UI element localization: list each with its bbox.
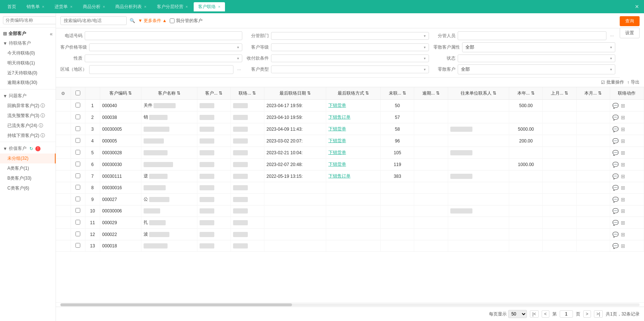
sidebar-item-churn-warning[interactable]: 流失预警客户(3) ⓘ	[0, 111, 56, 121]
message-action-icon[interactable]: 💬	[612, 208, 619, 214]
scrollbar-thumb[interactable]	[60, 303, 292, 306]
grid-action-icon[interactable]: ⊞	[621, 197, 625, 202]
purchase-tab-close[interactable]: ×	[70, 4, 72, 9]
price-level-select[interactable]: ▾	[89, 43, 242, 51]
th-uncontacted[interactable]: 未联... ⇅	[381, 87, 414, 100]
sidebar-item-declining[interactable]: 持续下滑客户(2) ⓘ	[0, 131, 56, 141]
sidebar-item-overdue[interactable]: 逾期未联络(30)	[0, 78, 56, 88]
message-action-icon[interactable]: 💬	[612, 103, 619, 109]
row-checkbox[interactable]	[75, 208, 80, 213]
th-contact[interactable]: 联络... ⇅	[230, 87, 264, 100]
region-ellipsis[interactable]: ···	[236, 67, 242, 72]
per-page-select[interactable]: 50 100	[508, 310, 527, 318]
search-icon[interactable]: 🔍	[130, 18, 135, 23]
region-input[interactable]	[89, 65, 233, 74]
next-page-button[interactable]: >	[583, 310, 591, 318]
sidebar-item-ungrouped[interactable]: 未分组(32)	[0, 154, 56, 163]
grid-action-icon[interactable]: ⊞	[621, 173, 625, 179]
payment-select[interactable]: ▾	[271, 54, 429, 62]
sidebar-all-customers[interactable]: ⊞ 全部客户 «	[0, 28, 56, 38]
th-name[interactable]: 客户名称 ⇅	[141, 87, 197, 100]
message-action-icon[interactable]: 💬	[612, 150, 619, 156]
my-customers-checkbox[interactable]	[170, 18, 175, 23]
page-number-input[interactable]	[560, 310, 573, 318]
th-this-month[interactable]: 本月... ⇅	[576, 87, 610, 100]
nav-tab-analysis-list[interactable]: 商品分析列表 ×	[111, 2, 151, 11]
th-overdue[interactable]: 逾期... ⇅	[414, 87, 448, 100]
grid-action-icon[interactable]: ⊞	[621, 220, 625, 226]
grid-action-icon[interactable]: ⊞	[621, 126, 625, 132]
sparse-attr-select[interactable]: 全部 ▾	[462, 42, 615, 52]
th-last-way[interactable]: 最后联络方式 ⇅	[326, 87, 381, 100]
nav-tab-purchase[interactable]: 进货单 ×	[50, 2, 77, 11]
sparse-select[interactable]: 全部 ▾	[458, 64, 615, 74]
contact-way-link[interactable]: 下销售订单	[328, 114, 351, 120]
grid-action-icon[interactable]: ⊞	[621, 185, 625, 191]
first-page-button[interactable]: |<	[530, 310, 539, 318]
sidebar-search-input[interactable]	[3, 16, 56, 24]
row-checkbox[interactable]	[75, 220, 80, 225]
th-code[interactable]: 客户编码 ⇅	[100, 87, 141, 100]
message-action-icon[interactable]: 💬	[612, 220, 619, 226]
row-checkbox[interactable]	[75, 138, 80, 143]
phone-input[interactable]	[85, 31, 242, 40]
message-action-icon[interactable]: 💬	[612, 232, 619, 237]
analysis-list-tab-close[interactable]: ×	[144, 4, 146, 9]
sidebar-item-tomorrow[interactable]: 明天待联络(1)	[0, 58, 56, 68]
grid-action-icon[interactable]: ⊞	[621, 138, 625, 144]
value-refresh-icon[interactable]: ↻	[29, 146, 33, 151]
th-last-date[interactable]: 最后联络日期 ⇅	[264, 87, 326, 100]
nav-tab-analysis[interactable]: 商品分析 ×	[78, 2, 109, 11]
contact-way-link[interactable]: 下销货单	[328, 103, 346, 108]
th-unit-contact[interactable]: 往来单位联系人 ⇅	[448, 87, 509, 100]
sales-tab-close[interactable]: ×	[42, 4, 44, 9]
sidebar-section-pending[interactable]: ▼ 待联络客户	[0, 38, 56, 48]
nav-tab-sales[interactable]: 销售单 ×	[22, 2, 49, 11]
nav-tab-customer-segment[interactable]: 客户分层经营 ×	[152, 2, 192, 11]
more-conditions-button[interactable]: ▼ 更多条件 ▲	[138, 18, 167, 24]
row-checkbox[interactable]	[75, 114, 80, 119]
dept-select[interactable]: ▾	[271, 32, 429, 40]
sidebar-collapse-button[interactable]: «	[50, 31, 53, 37]
row-checkbox[interactable]	[75, 150, 80, 155]
sidebar-section-value[interactable]: ▼ 价值客户 ↻ !	[0, 144, 56, 154]
prev-page-button[interactable]: <	[542, 310, 549, 318]
sidebar-item-class-c[interactable]: C类客户(6)	[0, 183, 56, 193]
th-this-year[interactable]: 本年... ⇅	[509, 87, 543, 100]
th-last-month[interactable]: 上月... ⇅	[543, 87, 576, 100]
contact-way-link[interactable]: 下销货单	[328, 138, 346, 143]
grid-action-icon[interactable]: ⊞	[621, 208, 625, 214]
customer-type-select[interactable]: ▾	[271, 66, 429, 73]
row-checkbox[interactable]	[75, 197, 80, 201]
nature-select[interactable]: ▾	[85, 54, 242, 62]
nav-tab-home[interactable]: 首页	[3, 2, 21, 11]
segment-tab-close[interactable]: ×	[186, 4, 188, 9]
grid-action-icon[interactable]: ⊞	[621, 232, 625, 237]
grid-action-icon[interactable]: ⊞	[621, 150, 625, 156]
th-type[interactable]: 客户... ⇅	[197, 87, 230, 100]
horizontal-scrollbar[interactable]	[56, 302, 644, 307]
analysis-tab-close[interactable]: ×	[103, 4, 105, 9]
close-all-tabs-button[interactable]: ×	[633, 3, 641, 11]
contact-way-link[interactable]: 下销货单	[328, 150, 346, 155]
contact-tab-close[interactable]: ×	[218, 4, 220, 9]
grid-action-icon[interactable]: ⊞	[621, 114, 625, 120]
last-page-button[interactable]: >|	[594, 310, 603, 318]
contact-way-link[interactable]: 下销售订单	[328, 173, 351, 179]
batch-ops-button[interactable]: ☑ 批量操作	[601, 79, 624, 85]
status-select[interactable]: ▾	[458, 54, 615, 62]
grid-action-icon[interactable]: ⊞	[621, 243, 625, 249]
message-action-icon[interactable]: 💬	[612, 185, 619, 191]
sidebar-item-today[interactable]: 今天待联络(0)	[0, 48, 56, 58]
row-checkbox[interactable]	[75, 162, 80, 166]
row-checkbox[interactable]	[75, 126, 80, 131]
message-action-icon[interactable]: 💬	[612, 197, 619, 202]
sidebar-item-class-a[interactable]: A类客户(1)	[0, 163, 56, 173]
grid-action-icon[interactable]: ⊞	[621, 103, 625, 109]
message-action-icon[interactable]: 💬	[612, 162, 619, 167]
my-customers-checkbox-label[interactable]: 我分管的客户	[170, 18, 203, 24]
sidebar-section-problems[interactable]: ▼ 问题客户	[0, 91, 56, 101]
message-action-icon[interactable]: 💬	[612, 138, 619, 144]
export-button[interactable]: ↑ 导出	[627, 79, 640, 85]
row-checkbox[interactable]	[75, 173, 80, 178]
